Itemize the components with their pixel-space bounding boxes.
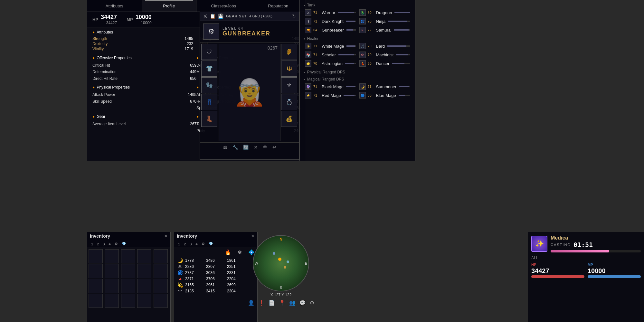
tab-attributes[interactable]: Attributes [87,0,142,12]
samurai-level: 72 [368,28,374,32]
gear-slot-legs[interactable]: 👖 [201,94,217,110]
class-summoner[interactable]: 🌙 71 Summoner [358,83,412,90]
gear-slot-feet[interactable]: 👢 [201,111,217,127]
class-bard[interactable]: 🎵 70 Bard [358,42,412,50]
inv-slot-16[interactable] [89,294,103,308]
inv-right-tab-4[interactable]: 4 [194,242,199,246]
gear-slot-ring1[interactable]: 💍 [281,94,297,110]
class-scholar[interactable]: 📚 71 Scholar [304,51,357,59]
class-gunbreaker[interactable]: 🔫 64 Gunbreaker [304,26,357,34]
inv-stat-row-5: 💫 3165 2961 2699 [177,282,255,288]
inv-right-tab-1[interactable]: 1 [177,242,181,246]
map-party-icon[interactable]: 👥 [289,300,296,306]
inv-stat-icon-6: 〰 [177,289,183,294]
tab-classes[interactable]: Classes/Jobs [196,0,251,12]
class-red-mage[interactable]: ⚡ 71 Red Mage [304,91,357,99]
inv-slot-2[interactable] [105,249,119,263]
class-ninja[interactable]: 🌀 70 Ninja [358,17,412,25]
gear-slot-ear[interactable]: 👂 [281,44,297,60]
inv-slot-3[interactable] [121,249,135,263]
map-alert-icon[interactable]: ❗ [258,300,265,306]
inv-left-grid [87,248,170,309]
inv-right-tab-2[interactable]: 2 [183,242,187,246]
class-white-mage[interactable]: ✨ 71 White Mage [304,42,357,50]
inv-slot-6[interactable] [89,264,103,278]
inv-slot-15[interactable] [154,279,168,293]
inv-left-title: Inventory [90,233,110,239]
inv-right-tab-3[interactable]: 3 [188,242,193,246]
vitality-row: Vitality 1719 [92,47,193,51]
gear-ctrl-eye[interactable]: 👁 [263,145,267,150]
black-mage-name: Black Mage [322,84,344,89]
tab-profile[interactable]: Profile [142,0,197,12]
inv-slot-10[interactable] [154,264,168,278]
inv-right-tab-crystal[interactable]: 💎 [207,242,214,246]
class-machinist[interactable]: ⚙ 70 Machinist [358,51,412,59]
class-black-mage[interactable]: 🔮 71 Black Mage [304,83,357,90]
dragoon-name: Dragoon [376,10,392,15]
gear-slot-hands[interactable]: 🧤 [201,77,217,93]
inv-slot-18[interactable] [121,294,135,308]
equip-icon[interactable]: 📋 [210,14,215,19]
gear-ctrl-refresh[interactable]: 🔄 [243,145,249,150]
gear-slot-ring2[interactable]: 💰 [281,111,297,127]
inv-slot-20[interactable] [154,294,168,308]
minimap[interactable]: N W E S [253,235,309,291]
inv-slot-13[interactable] [121,279,135,293]
map-chat-icon[interactable]: 💬 [299,300,306,306]
inv-slot-17[interactable] [105,294,119,308]
mp-status-label: MP [588,263,593,267]
warrior-icon: ⚔ [305,9,311,16]
class-samurai[interactable]: ⚔ 72 Samurai [358,26,412,34]
dancer-name: Dancer [376,61,390,66]
class-blue-mage[interactable]: 🔵 50 Blue Mage [358,91,412,99]
class-dark-knight[interactable]: 🗡 71 Dark Knight [304,17,357,25]
inv-slot-5[interactable] [154,249,168,263]
gear-ctrl-compare[interactable]: ⚖ [223,145,227,150]
gear-ctrl-back[interactable]: ↩ [272,145,276,150]
inv-left-tab-gear[interactable]: ⚙ [113,242,119,246]
inv-slot-9[interactable] [137,264,151,278]
map-settings-icon[interactable]: ⚙ [310,300,314,306]
healer-header: Healer [304,36,411,41]
class-dancer[interactable]: 💃 60 Dancer [358,60,412,67]
inv-left-tab-crystal[interactable]: 💎 [120,242,128,246]
inv-left-close[interactable]: ✕ [164,233,168,239]
inv-slot-4[interactable] [137,249,151,263]
skill-speed-label: Skill Speed [92,98,112,105]
inv-slot-7[interactable] [105,264,119,278]
inv-slot-1[interactable] [89,249,103,263]
inv-slot-19[interactable] [137,294,151,308]
vitality-label: Vitality [92,47,104,51]
gear-ctrl-tools[interactable]: 🔧 [232,145,238,150]
save-icon[interactable]: 💾 [218,14,223,19]
map-player-icon[interactable]: 👤 [248,300,254,306]
inv-slot-8[interactable] [121,264,135,278]
map-marker-icon[interactable]: 📍 [279,300,285,306]
gear-slot-wrist[interactable]: ⚜ [281,77,297,93]
offensive-header: Offensive Properties [92,56,196,60]
tab-bar: Attributes Profile Classes/Jobs Reputati… [87,0,306,12]
class-warrior[interactable]: ⚔ 71 Warrior [304,9,357,16]
inv-left-tab-2[interactable]: 2 [96,242,100,246]
class-dragoon[interactable]: 🐉 80 Dragoon [358,9,412,16]
gear-slot-neck[interactable]: 🔱 [281,61,297,77]
direct-hit-val: 656 [190,75,196,82]
summoner-name: Summoner [376,84,397,89]
class-astrologian[interactable]: 🌟 70 Astrologian [304,60,357,67]
map-list-icon[interactable]: 📄 [269,300,275,306]
inv-right-tab-gear[interactable]: ⚙ [200,242,206,246]
inv-left-tab-3[interactable]: 3 [101,242,106,246]
gear-ctrl-close[interactable]: ✕ [254,145,258,150]
inv-left-tab-4[interactable]: 4 [107,242,112,246]
gear-icon[interactable]: ⚔ [203,14,207,19]
tab-reputation[interactable]: Reputation [251,0,306,12]
gear-slot-head[interactable]: 🛡 [201,44,217,60]
gear-slot-body[interactable]: 👕 [201,61,217,77]
refresh-icon[interactable]: ↻ [292,14,296,19]
inv-slot-14[interactable] [137,279,151,293]
tank-header: Tank [304,3,411,7]
inv-left-tab-1[interactable]: 1 [90,242,94,246]
inv-slot-12[interactable] [105,279,119,293]
inv-slot-11[interactable] [89,279,103,293]
